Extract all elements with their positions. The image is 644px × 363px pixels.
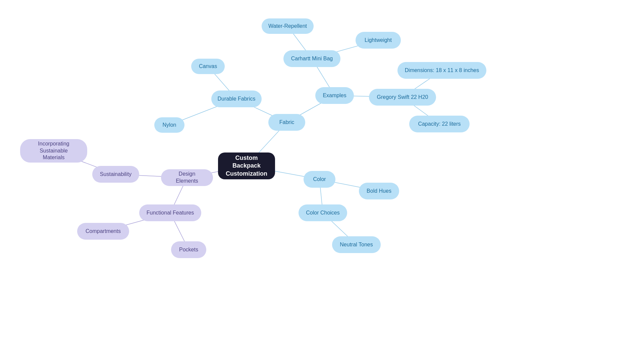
node-fabric: Fabric (268, 114, 305, 131)
node-capacity: Capacity: 22 liters (409, 116, 470, 132)
node-color: Color (304, 171, 335, 188)
node-examples: Examples (315, 87, 354, 104)
node-sustainability: Sustainability (92, 166, 139, 183)
node-boldHues: Bold Hues (359, 183, 399, 199)
node-dimensions: Dimensions: 18 x 11 x 8 inches (397, 62, 486, 79)
node-gregorSwift: Gregory Swift 22 H20 (369, 89, 436, 106)
node-neutralTones: Neutral Tones (332, 236, 381, 253)
node-waterRepellent: Water-Repellent (262, 18, 314, 34)
node-incorporatingSustainable: Incorporating SustainableMaterials (20, 139, 87, 163)
node-compartments: Compartments (77, 223, 129, 240)
node-lightweight: Lightweight (356, 32, 401, 49)
node-center: Custom BackpackCustomization (218, 153, 275, 179)
node-pockets: Pockets (171, 241, 206, 258)
node-carharttMiniBag: Carhartt Mini Bag (283, 50, 340, 67)
node-designElements: Design Elements (161, 169, 213, 186)
node-colorChoices: Color Choices (299, 204, 347, 221)
node-nylon: Nylon (154, 117, 184, 133)
node-durableFabrics: Durable Fabrics (211, 90, 262, 107)
node-canvas: Canvas (191, 59, 225, 74)
node-functionalFeatures: Functional Features (139, 204, 201, 221)
